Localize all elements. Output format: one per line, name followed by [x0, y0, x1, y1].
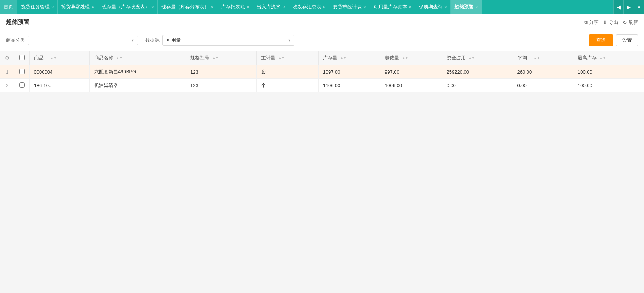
- col-header-max-stock[interactable]: 最高库存 ▲▼: [573, 51, 644, 65]
- category-label: 商品分类: [6, 37, 25, 44]
- close-icon[interactable]: ×: [151, 5, 154, 9]
- close-icon[interactable]: ×: [475, 5, 477, 9]
- close-icon[interactable]: ×: [282, 5, 285, 9]
- row-check-cell: [15, 79, 29, 92]
- table-body: 1 0000004 六配套新昌490BPG 123 套 1097.00 997.…: [0, 65, 644, 92]
- datasource-value: 可用量: [167, 37, 181, 44]
- nav-scroll-arrows: ◀ ▶ ✕: [613, 0, 644, 14]
- sort-icon: ▲▼: [50, 56, 57, 60]
- nav-batch-account[interactable]: 库存批次账 ×: [217, 0, 253, 14]
- overstock-table: ⚙ 商品... ▲▼ 商品名称 ▲▼ 规格型号 ▲▼: [0, 51, 644, 92]
- row-num: 1: [0, 65, 15, 79]
- table-row: 2 186-10... 机油滤清器 123 个 1106.00 1006.00 …: [0, 79, 644, 92]
- row-name: 机油滤清器: [89, 79, 186, 92]
- row-checkbox[interactable]: [19, 69, 25, 74]
- row-code: 0000004: [29, 65, 89, 79]
- gear-icon[interactable]: ⚙: [5, 55, 10, 61]
- row-spec: 123: [186, 65, 257, 79]
- share-button[interactable]: ⧉ 分享: [584, 19, 599, 26]
- header-actions: ⧉ 分享 ⬇ 导出 ↻ 刷新: [584, 19, 638, 26]
- export-icon: ⬇: [603, 19, 607, 25]
- row-capital: 0.00: [442, 79, 513, 92]
- page-title: 超储预警: [6, 18, 29, 26]
- page-header: 超储预警 ⧉ 分享 ⬇ 导出 ↻ 刷新: [0, 14, 644, 30]
- row-stock: 1106.00: [318, 79, 380, 92]
- table-header-row: ⚙ 商品... ▲▼ 商品名称 ▲▼ 规格型号 ▲▼: [0, 51, 644, 65]
- sort-icon: ▲▼: [278, 56, 285, 60]
- nav-overstock-warning[interactable]: 超储预警 ×: [451, 0, 482, 14]
- query-button[interactable]: 查询: [589, 34, 613, 46]
- refresh-button[interactable]: ↻ 刷新: [623, 19, 638, 26]
- sort-icon: ▲▼: [402, 56, 409, 60]
- close-icon[interactable]: ×: [363, 5, 366, 9]
- datasource-filter-group: 数据源 可用量 ▾: [145, 35, 294, 46]
- row-unit: 套: [257, 65, 319, 79]
- row-overstock: 1006.00: [380, 79, 442, 92]
- row-code: 186-10...: [29, 79, 89, 92]
- sort-icon: ▲▼: [116, 56, 123, 60]
- row-checkbox[interactable]: [19, 82, 25, 88]
- data-table-container: ⚙ 商品... ▲▼ 商品名称 ▲▼ 规格型号 ▲▼: [0, 51, 644, 92]
- datasource-select[interactable]: 可用量 ▾: [162, 35, 294, 46]
- chevron-down-icon: ▾: [288, 38, 290, 43]
- export-button[interactable]: ⬇ 导出: [603, 19, 618, 26]
- nav-home[interactable]: 首页: [0, 0, 17, 14]
- row-unit: 个: [257, 79, 319, 92]
- row-num: 2: [0, 79, 15, 92]
- nav-scroll-left[interactable]: ◀: [613, 0, 623, 14]
- filter-row: 商品分类 ▾ 数据源 可用量 ▾ 查询 设置: [0, 30, 644, 51]
- col-header-capital[interactable]: 资金占用 ▲▼: [442, 51, 513, 65]
- nav-order-stats[interactable]: 要货单统计表 ×: [329, 0, 370, 14]
- sort-icon: ▲▼: [340, 56, 347, 60]
- nav-task-mgmt[interactable]: 拣货任务管理 ×: [17, 0, 58, 14]
- table-row: 1 0000004 六配套新昌490BPG 123 套 1097.00 997.…: [0, 65, 644, 79]
- nav-close-all[interactable]: ✕: [634, 0, 644, 14]
- close-icon[interactable]: ×: [409, 5, 411, 9]
- nav-inout-flow[interactable]: 出入库流水 ×: [253, 0, 289, 14]
- filter-buttons: 查询 设置: [589, 34, 638, 46]
- nav-available-account[interactable]: 可用量库存账本 ×: [370, 0, 415, 14]
- col-header-unit[interactable]: 主计量 ▲▼: [257, 51, 319, 65]
- nav-scroll-right[interactable]: ▶: [623, 0, 634, 14]
- col-header-gear: ⚙: [0, 51, 15, 65]
- nav-receive-summary[interactable]: 收发存汇总表 ×: [289, 0, 329, 14]
- row-capital: 259220.00: [442, 65, 513, 79]
- col-header-avg[interactable]: 平均... ▲▼: [513, 51, 573, 65]
- row-avg: 260.00: [513, 65, 573, 79]
- refresh-icon: ↻: [623, 19, 627, 25]
- col-header-overstock[interactable]: 超储量 ▲▼: [380, 51, 442, 65]
- row-max-stock: 100.00: [573, 65, 644, 79]
- category-select[interactable]: ▾: [28, 36, 138, 45]
- nav-abnormal-proc[interactable]: 拣货异常处理 ×: [58, 0, 98, 14]
- nav-quality-check[interactable]: 保质期查询 ×: [415, 0, 451, 14]
- row-check-cell: [15, 65, 29, 79]
- close-icon[interactable]: ×: [247, 5, 249, 9]
- col-header-spec[interactable]: 规格型号 ▲▼: [186, 51, 257, 65]
- row-stock: 1097.00: [318, 65, 380, 79]
- sort-icon: ▲▼: [468, 56, 475, 60]
- top-navigation: 首页 拣货任务管理 × 拣货异常处理 × 现存量（库存状况表） × 现存量（库存…: [0, 0, 644, 14]
- col-header-stock[interactable]: 库存量 ▲▼: [318, 51, 380, 65]
- close-icon[interactable]: ×: [444, 5, 447, 9]
- close-icon[interactable]: ×: [92, 5, 94, 9]
- col-header-check: [15, 51, 29, 65]
- settings-button[interactable]: 设置: [616, 34, 638, 46]
- row-spec: 123: [186, 79, 257, 92]
- col-header-name[interactable]: 商品名称 ▲▼: [89, 51, 186, 65]
- share-icon: ⧉: [584, 19, 588, 25]
- close-icon[interactable]: ×: [211, 5, 213, 9]
- page-content: 超储预警 ⧉ 分享 ⬇ 导出 ↻ 刷新 商品分类 ▾ 数据源: [0, 14, 644, 92]
- close-icon[interactable]: ×: [323, 5, 325, 9]
- sort-icon: ▲▼: [534, 56, 540, 60]
- row-overstock: 997.00: [380, 65, 442, 79]
- chevron-down-icon: ▾: [132, 38, 134, 43]
- row-avg: 0.00: [513, 79, 573, 92]
- nav-inventory-status[interactable]: 现存量（库存状况表） ×: [98, 0, 158, 14]
- close-icon[interactable]: ×: [51, 5, 54, 9]
- nav-inventory-dist[interactable]: 现存量（库存分布表） ×: [158, 0, 217, 14]
- row-name: 六配套新昌490BPG: [89, 65, 186, 79]
- row-max-stock: 100.00: [573, 79, 644, 92]
- category-filter-group: 商品分类 ▾: [6, 36, 138, 45]
- select-all-checkbox[interactable]: [19, 55, 25, 60]
- col-header-code[interactable]: 商品... ▲▼: [29, 51, 89, 65]
